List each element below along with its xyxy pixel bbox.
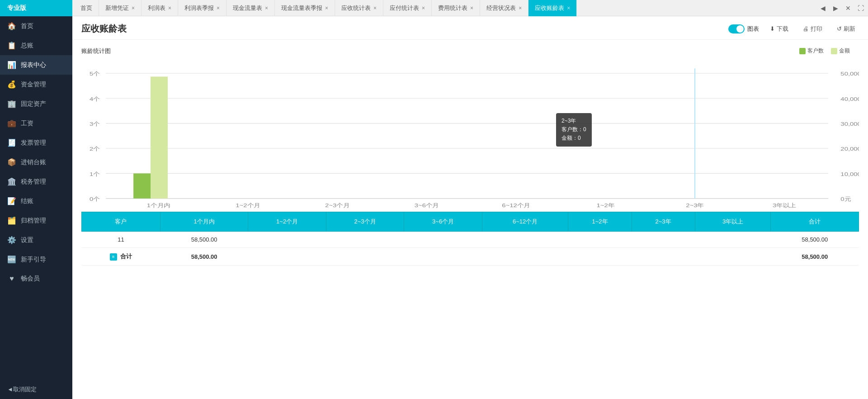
sidebar-item-home[interactable]: 🏠 首页 — [0, 16, 72, 36]
sidebar-item-label: 设置 — [21, 236, 33, 244]
svg-text:10,000.00元: 10,000.00元 — [840, 171, 859, 177]
col-header-year12: 1~2年 — [568, 212, 632, 232]
col-header-month23: 2~3个月 — [326, 212, 404, 232]
sidebar-item-fund-mgmt[interactable]: 💰 资金管理 — [0, 75, 72, 94]
sidebar-item-invoice-mgmt[interactable]: 🧾 发票管理 — [0, 133, 72, 152]
ar-aging-table: 客户 1个月内 1~2个月 2~3个月 3~6个月 6~12个月 1~2年 2~… — [81, 212, 859, 266]
tab-label: 现金流量表季报 — [281, 4, 322, 12]
tab-close-icon[interactable]: × — [519, 5, 522, 11]
tab-close-icon[interactable]: × — [132, 5, 135, 11]
sidebar-item-settings[interactable]: ⚙️ 设置 — [0, 230, 72, 250]
tab-cashflow-quarter[interactable]: 现金流量表季报 × — [275, 0, 335, 16]
tab-receivable-stats[interactable]: 应收统计表 × — [335, 0, 383, 16]
tab-payable-stats[interactable]: 应付统计表 × — [383, 0, 432, 16]
bar-customer-count-0 — [133, 173, 151, 198]
sidebar-item-settlement[interactable]: 📝 结账 — [0, 191, 72, 211]
svg-text:2~3个月: 2~3个月 — [325, 202, 349, 208]
toggle-pin-button[interactable]: ◄取消固定 — [0, 380, 72, 399]
sidebar-item-tax-mgmt[interactable]: 🏛️ 税务管理 — [0, 172, 72, 191]
sidebar-item-ledger[interactable]: 📋 总账 — [0, 36, 72, 55]
col-header-customer: 客户 — [82, 212, 160, 232]
tab-close-icon[interactable]: × — [373, 5, 377, 11]
chart-svg: 0个 1个 2个 3个 4个 5个 0元 10,000.00元 20,000.0… — [81, 59, 859, 208]
download-button[interactable]: ⬇ 下载 — [766, 23, 792, 35]
cell-total-year23 — [632, 248, 695, 266]
cell-total-month23 — [326, 248, 404, 266]
tab-label: 新增凭证 — [105, 4, 129, 12]
tab-close-icon[interactable]: × — [567, 5, 570, 11]
cell-total-total: 58,500.00 — [771, 248, 859, 266]
toggle-label: 图表 — [747, 25, 759, 33]
svg-text:20,000.00元: 20,000.00元 — [840, 146, 859, 152]
sidebar-item-archive-mgmt[interactable]: 🗂️ 归档管理 — [0, 211, 72, 230]
tab-label: 利润表季报 — [184, 4, 214, 12]
tab-label: 利润表 — [148, 4, 165, 12]
cell-year23 — [632, 232, 695, 248]
cell-month612 — [482, 232, 568, 248]
cell-year12 — [568, 232, 632, 248]
sidebar-item-newbie-guide[interactable]: 🆕 新手引导 — [0, 250, 72, 269]
sidebar-item-label: 进销台账 — [21, 158, 46, 166]
tab-expense-stats[interactable]: 费用统计表 × — [432, 0, 480, 16]
tab-prev-button[interactable]: ◀ — [817, 3, 828, 14]
refresh-icon: ↺ — [837, 25, 842, 32]
home-icon: 🏠 — [7, 22, 16, 30]
sidebar-item-label: 资金管理 — [21, 81, 46, 89]
tab-close-icon[interactable]: × — [217, 5, 220, 11]
sidebar-item-salary[interactable]: 💼 工资 — [0, 114, 72, 133]
tab-profit-table[interactable]: 利润表 × — [142, 0, 178, 16]
tab-close-icon[interactable]: × — [422, 5, 425, 11]
col-header-month36: 3~6个月 — [404, 212, 482, 232]
chart-toggle[interactable]: 图表 — [728, 24, 759, 33]
svg-text:3年以上: 3年以上 — [773, 202, 796, 208]
tab-maximize-button[interactable]: ⛶ — [855, 3, 866, 14]
vip-icon: ♥ — [7, 275, 16, 283]
svg-text:1~2年: 1~2年 — [596, 202, 614, 208]
col-header-month612: 6~12个月 — [482, 212, 568, 232]
col-header-month1: 1个月内 — [160, 212, 248, 232]
sidebar-item-fixed-assets[interactable]: 🏢 固定资产 — [0, 94, 72, 114]
tab-profit-quarter[interactable]: 利润表季报 × — [178, 0, 226, 16]
report-icon: 📊 — [7, 61, 16, 69]
box-icon: 📦 — [7, 158, 16, 166]
sidebar: 专业版 🏠 首页 📋 总账 📊 报表中心 💰 资金管理 🏢 固定资产 💼 工资 … — [0, 0, 72, 399]
archive-icon: 🗂️ — [7, 216, 16, 225]
svg-text:2~3年: 2~3年 — [686, 202, 704, 208]
sidebar-item-vip[interactable]: ♥ 畅会员 — [0, 269, 72, 288]
print-icon: 🖨 — [803, 25, 809, 32]
toggle-track[interactable] — [728, 24, 745, 33]
cell-total-month1: 58,500.00 — [160, 248, 248, 266]
print-button[interactable]: 🖨 打印 — [799, 23, 826, 35]
tab-ar-aging[interactable]: 应收账龄表 × — [528, 0, 577, 16]
tab-business-status[interactable]: 经营状况表 × — [480, 0, 528, 16]
tab-label: 应收统计表 — [341, 4, 371, 12]
table-header-row: 客户 1个月内 1~2个月 2~3个月 3~6个月 6~12个月 1~2年 2~… — [82, 212, 859, 232]
tab-close-all-button[interactable]: ✕ — [843, 3, 854, 14]
sidebar-item-label: 总账 — [21, 42, 33, 50]
cell-customer: 11 — [82, 232, 160, 248]
legend-label-customer: 客户数 — [807, 47, 824, 55]
tab-cashflow[interactable]: 现金流量表 × — [226, 0, 275, 16]
svg-text:1个月内: 1个月内 — [147, 202, 170, 208]
chart-title: 账龄统计图 — [81, 47, 859, 55]
tab-label: 应收账龄表 — [535, 4, 564, 12]
tab-home[interactable]: 首页 — [74, 0, 99, 16]
tab-next-button[interactable]: ▶ — [830, 3, 841, 14]
tab-close-icon[interactable]: × — [168, 5, 171, 11]
sidebar-item-label: 首页 — [21, 22, 33, 30]
refresh-button[interactable]: ↺ 刷新 — [833, 23, 859, 35]
tab-close-icon[interactable]: × — [265, 5, 268, 11]
legend-color-customer — [799, 48, 806, 54]
salary-icon: 💼 — [7, 119, 16, 128]
sidebar-item-report-center[interactable]: 📊 报表中心 — [0, 55, 72, 75]
toggle-thumb — [736, 25, 744, 33]
tab-close-icon[interactable]: × — [470, 5, 473, 11]
tax-icon: 🏛️ — [7, 177, 16, 186]
sidebar-item-purchase-sales[interactable]: 📦 进销台账 — [0, 152, 72, 172]
svg-text:4个: 4个 — [90, 96, 100, 102]
tab-label: 现金流量表 — [233, 4, 262, 12]
svg-text:0元: 0元 — [840, 196, 851, 202]
tab-close-icon[interactable]: × — [325, 5, 328, 11]
cell-total-month12 — [248, 248, 326, 266]
tab-new-voucher[interactable]: 新增凭证 × — [99, 0, 142, 16]
